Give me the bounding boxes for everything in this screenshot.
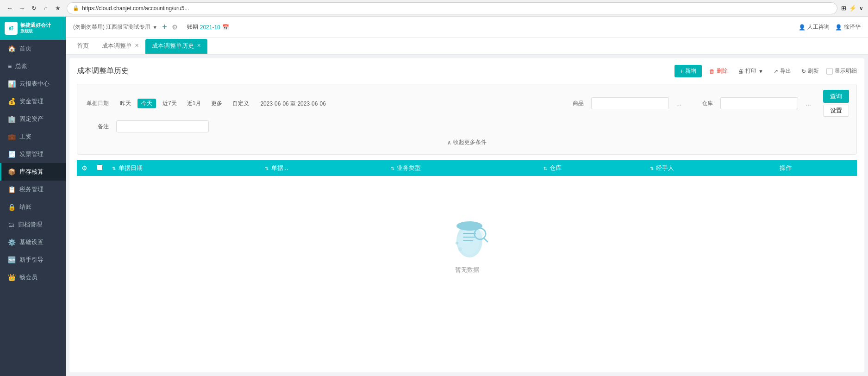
table-col-type[interactable]: ⇅ 业务类型	[386, 160, 539, 176]
note-filter-input[interactable]	[116, 120, 209, 132]
sidebar-item-funds[interactable]: 💰 资金管理	[0, 93, 66, 110]
show-detail-checkbox[interactable]	[826, 68, 833, 75]
date-7days-btn[interactable]: 近7天	[159, 99, 181, 108]
calendar-icon[interactable]: 📅	[222, 24, 229, 31]
add-company-btn[interactable]: +	[162, 22, 167, 32]
date-more-btn[interactable]: 更多	[207, 99, 226, 108]
forward-btn[interactable]: →	[17, 3, 27, 13]
tab-cost-adjust-close[interactable]: ✕	[135, 43, 139, 49]
settings-gear-icon[interactable]: ⚙	[172, 23, 178, 31]
assets-icon: 🏢	[8, 115, 16, 123]
sidebar-item-archive[interactable]: 🗂 归档管理	[0, 216, 66, 233]
tab-cost-history[interactable]: 成本调整单历史 ✕	[145, 39, 207, 54]
table-checkbox-col[interactable]	[92, 160, 107, 176]
refresh-btn[interactable]: ↻	[29, 3, 39, 13]
col-warehouse-label: 仓库	[550, 164, 562, 171]
print-icon: 🖨	[738, 68, 743, 75]
delete-label: 删除	[717, 67, 728, 75]
sidebar-item-general[interactable]: ≡ 总账	[0, 57, 66, 75]
company-selector[interactable]: (勿删勿禁用) 江西服宝测试专用 ▼	[73, 23, 157, 31]
empty-text: 暂无数据	[455, 266, 479, 274]
tab-cost-adjust[interactable]: 成本调整单 ✕	[95, 39, 145, 54]
table-select-all-checkbox[interactable]	[97, 164, 103, 170]
sidebar-item-reports[interactable]: 📊 云报表中心	[0, 75, 66, 93]
query-btn[interactable]: 查询	[823, 90, 849, 103]
tab-cost-history-close[interactable]: ✕	[197, 43, 201, 49]
sidebar-item-close[interactable]: 🔒 结账	[0, 198, 66, 216]
col-date-label: 单据日期	[119, 164, 143, 171]
period-label: 账期	[187, 23, 198, 31]
goods-filter-input[interactable]	[591, 97, 669, 109]
address-bar[interactable]: 🔒 https://cloud.chanjet.com/accounting/u…	[67, 2, 837, 14]
header-actions: + 新增 🗑 删除 🖨 打印 ▼ ↗ 导出	[674, 65, 857, 77]
filter-settings-btn[interactable]: 设置	[823, 105, 849, 117]
reports-icon: 📊	[8, 80, 16, 88]
sidebar-logo: 好 畅捷通好会计 旗舰版	[0, 17, 66, 40]
date-1month-btn[interactable]: 近1月	[183, 99, 205, 108]
sidebar-item-settings[interactable]: ⚙️ 基础设置	[0, 233, 66, 251]
refresh-label: 刷新	[808, 67, 819, 75]
sidebar-item-assets[interactable]: 🏢 固定资产	[0, 110, 66, 128]
print-btn[interactable]: 🖨 打印 ▼	[735, 65, 766, 77]
delete-btn[interactable]: 🗑 删除	[706, 65, 731, 77]
goods-more-icon[interactable]: ...	[676, 100, 682, 107]
print-dropdown-icon[interactable]: ▼	[758, 69, 763, 74]
table-col-warehouse[interactable]: ⇅ 仓库	[539, 160, 645, 176]
warehouse-filter-input[interactable]	[720, 97, 798, 109]
sidebar-item-salary[interactable]: 💼 工资	[0, 128, 66, 145]
new-label: 新增	[685, 67, 696, 75]
table-col-number[interactable]: ⇅ 单据...	[260, 160, 386, 176]
date-today-btn[interactable]: 今天	[137, 99, 156, 108]
main-content: (勿删勿禁用) 江西服宝测试专用 ▼ + ⚙ 账期 2021-10 📅 👤 人工…	[66, 17, 868, 376]
table-gear-icon[interactable]: ⚙	[81, 164, 87, 172]
sidebar-item-member[interactable]: 👑 畅会员	[0, 269, 66, 286]
tab-cost-history-label: 成本调整单历史	[152, 42, 194, 50]
export-btn[interactable]: ↗ 导出	[771, 65, 794, 77]
browser-ext-3[interactable]: ∨	[859, 5, 863, 12]
table-settings-col[interactable]: ⚙	[77, 160, 92, 176]
user-btn[interactable]: 👤 徐泽华	[835, 23, 861, 31]
sort-date-icon[interactable]: ⇅	[112, 166, 116, 171]
browser-nav[interactable]: ← → ↻ ⌂ ★	[5, 3, 63, 13]
col-number-label: 单据...	[271, 164, 288, 171]
sidebar-label-reports: 云报表中心	[19, 80, 50, 88]
browser-ext-2[interactable]: ⚡	[849, 5, 856, 12]
new-btn[interactable]: + 新增	[674, 65, 702, 77]
tab-home[interactable]: 首页	[70, 39, 95, 54]
refresh-btn[interactable]: ↻ 刷新	[799, 65, 822, 77]
top-bar: (勿删勿禁用) 江西服宝测试专用 ▼ + ⚙ 账期 2021-10 📅 👤 人工…	[66, 17, 868, 38]
sidebar-item-invoice[interactable]: 🧾 发票管理	[0, 145, 66, 163]
table-col-handler[interactable]: ⇅ 经手人	[645, 160, 775, 176]
company-dropdown-icon[interactable]: ▼	[152, 25, 157, 30]
date-filter-label: 单据日期	[85, 100, 109, 107]
collapse-btn[interactable]: ∧ 收起更多条件	[85, 136, 849, 149]
inventory-icon: 📦	[8, 168, 16, 175]
back-btn[interactable]: ←	[5, 3, 15, 13]
sort-type-icon[interactable]: ⇅	[391, 166, 394, 171]
sidebar-item-guide[interactable]: 🆕 新手引导	[0, 251, 66, 269]
sidebar-item-inventory[interactable]: 📦 库存核算	[0, 163, 66, 181]
sort-handler-icon[interactable]: ⇅	[650, 166, 654, 171]
home-icon: 🏠	[8, 45, 16, 52]
browser-ext-1[interactable]: ⊞	[841, 5, 846, 12]
sort-warehouse-icon[interactable]: ⇅	[543, 166, 547, 171]
service-btn[interactable]: 👤 人工咨询	[799, 23, 830, 31]
date-yesterday-btn[interactable]: 昨天	[116, 99, 135, 108]
refresh-icon: ↻	[801, 68, 806, 75]
sidebar-item-home[interactable]: 🏠 首页	[0, 40, 66, 57]
sort-number-icon[interactable]: ⇅	[265, 166, 269, 171]
page-header: 成本调整单历史 + 新增 🗑 删除 🖨 打印 ▼	[77, 65, 857, 77]
funds-icon: 💰	[8, 98, 16, 105]
star-btn[interactable]: ★	[53, 3, 63, 13]
collapse-arrow-icon: ∧	[447, 139, 451, 146]
date-custom-btn[interactable]: 自定义	[229, 99, 253, 108]
sidebar-item-tax[interactable]: 📋 税务管理	[0, 181, 66, 198]
close-books-icon: 🔒	[8, 203, 16, 211]
table-col-date[interactable]: ⇅ 单据日期	[107, 160, 260, 176]
show-detail-area: 显示明细	[826, 67, 857, 75]
logo-sub: 旗舰版	[20, 28, 51, 34]
archive-icon: 🗂	[8, 221, 14, 228]
table-col-ops: 操作	[775, 160, 857, 176]
warehouse-more-icon[interactable]: ...	[806, 100, 811, 107]
home-btn[interactable]: ⌂	[41, 3, 51, 13]
